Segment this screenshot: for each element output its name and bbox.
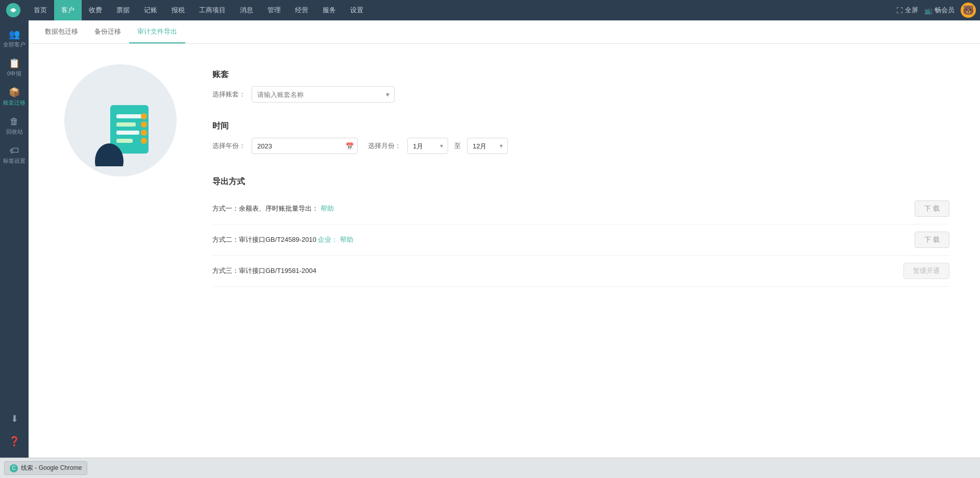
export-label-1: 方式一：余额表、序时账批量导出： 帮助 [212,204,334,213]
taskbar: C 线索 - Google Chrome [0,458,980,478]
label-icon: 🏷 [10,146,19,155]
nav-service[interactable]: 服务 [315,0,343,20]
month-from-wrapper: 1月2月3月4月 5月6月7月8月 9月10月11月12月 [407,138,448,154]
top-nav: 首页 客户 收费 票据 记账 报税 工商项目 消息 管理 经营 服务 设置 ⛶ … [0,0,980,20]
svg-rect-5 [116,131,139,135]
main-layout: 👥 全部客户 📋 0申报 📦 账套迁移 🗑 回收站 🏷 标签设置 ⬇ ❓ 数据包… [0,20,980,458]
nav-business[interactable]: 工商项目 [192,0,233,20]
help-link-2[interactable]: 帮助 [340,236,353,243]
month-label: 选择月份： [368,141,401,150]
sidebar-download-button[interactable]: ⬇ [4,409,24,429]
enterprise-link[interactable]: 企业： [318,236,338,243]
member-icon: 📺 [924,7,933,14]
logo [4,1,22,19]
sidebar-help-button[interactable]: ❓ [4,431,24,451]
nav-message[interactable]: 消息 [233,0,260,20]
taskbar-item-label: 线索 - Google Chrome [21,464,82,472]
sidebar-item-zero-declare[interactable]: 📋 0申报 [0,54,29,83]
svg-point-9 [141,130,147,136]
download-btn-1[interactable]: 下 载 [915,200,949,217]
illustration-circle [64,64,177,177]
nav-operation[interactable]: 经营 [288,0,315,20]
tab-data-migration[interactable]: 数据包迁移 [37,21,86,43]
coming-soon-btn[interactable]: 暂缓开通 [903,263,949,279]
year-label: 选择年份： [212,141,246,150]
left-sidebar: 👥 全部客户 📋 0申报 📦 账套迁移 🗑 回收站 🏷 标签设置 ⬇ ❓ [0,20,29,458]
download-btn-2[interactable]: 下 载 [915,232,949,248]
month-from-select[interactable]: 1月2月3月4月 5月6月7月8月 9月10月11月12月 [407,138,448,154]
time-row: 选择年份： 📅 选择月份： 1月2月3月4月 5月6月7月8月 9月10月11月… [212,138,949,154]
recycle-icon: 🗑 [10,117,19,126]
migration-icon: 📦 [9,88,20,97]
svg-rect-4 [116,122,136,127]
sidebar-item-recycle[interactable]: 🗑 回收站 [0,112,29,141]
fullscreen-icon: ⛶ [896,7,903,14]
nav-settings[interactable]: 设置 [343,0,371,20]
svg-rect-13 [109,146,118,166]
chrome-icon: C [10,464,18,472]
tab-bar: 数据包迁移 备份迁移 审计文件导出 [29,20,980,44]
month-to-select[interactable]: 1月2月3月4月 5月6月7月8月 9月10月11月 12月 [467,138,508,154]
tab-audit-export[interactable]: 审计文件导出 [129,21,185,43]
time-section: 时间 选择年份： 📅 选择月份： 1月2月3月4月 5月6月7月8月 [212,121,949,158]
sidebar-item-label-settings[interactable]: 🏷 标签设置 [0,141,29,170]
account-label: 选择账套： [212,90,246,99]
year-input-wrapper: 📅 [252,138,358,154]
svg-rect-12 [97,148,107,166]
help-link-1[interactable]: 帮助 [321,205,334,212]
export-section-title: 导出方式 [212,177,949,187]
content-area: 数据包迁移 备份迁移 审计文件导出 [29,20,980,458]
month-to-wrapper: 1月2月3月4月 5月6月7月8月 9月10月11月 12月 [467,138,508,154]
page-content: 账套 选择账套： ▾ 时间 选择年份： [29,44,980,458]
nav-customer[interactable]: 客户 [54,0,82,20]
nav-home[interactable]: 首页 [27,0,54,20]
nav-invoice[interactable]: 票据 [109,0,137,20]
nav-right: ⛶ 全屏 📺 畅会员 🐻 [896,3,976,18]
export-label-2: 方式二：审计接口GB/T24589-2010 企业： 帮助 [212,235,353,244]
form-area: 账套 选择账套： ▾ 时间 选择年份： [212,64,949,287]
export-row-2: 方式二：审计接口GB/T24589-2010 企业： 帮助 下 载 [212,224,949,256]
account-input[interactable] [252,86,395,103]
export-row-3: 方式三：审计接口GB/T19581-2004 暂缓开通 [212,256,949,287]
year-input[interactable] [252,138,358,154]
nav-items: 首页 客户 收费 票据 记账 报税 工商项目 消息 管理 经营 服务 设置 [27,0,896,20]
svg-point-7 [141,113,147,119]
account-select-wrapper: ▾ [252,86,395,103]
nav-tax[interactable]: 报税 [164,0,192,20]
export-row-1: 方式一：余额表、序时账批量导出： 帮助 下 载 [212,193,949,224]
account-row: 选择账套： ▾ [212,86,949,103]
customers-icon: 👥 [9,30,20,39]
time-section-title: 时间 [212,121,949,132]
illustration-area [59,64,182,177]
nav-billing[interactable]: 收费 [82,0,109,20]
sidebar-item-all-customers[interactable]: 👥 全部客户 [0,24,29,54]
svg-point-1 [12,9,15,12]
sidebar-item-account-migration[interactable]: 📦 账套迁移 [0,83,29,112]
declare-icon: 📋 [9,59,20,68]
svg-point-8 [141,121,147,128]
fullscreen-button[interactable]: ⛶ 全屏 [896,6,918,15]
export-label-3: 方式三：审计接口GB/T19581-2004 [212,266,316,275]
tab-backup-migration[interactable]: 备份迁移 [86,21,129,43]
svg-rect-6 [116,139,133,143]
svg-rect-3 [116,114,142,118]
avatar[interactable]: 🐻 [961,3,976,18]
nav-bookkeeping[interactable]: 记账 [137,0,164,20]
svg-point-10 [141,138,147,144]
taskbar-chrome-item[interactable]: C 线索 - Google Chrome [4,461,87,475]
member-button[interactable]: 📺 畅会员 [924,6,954,15]
account-section: 账套 选择账套： ▾ [212,69,949,107]
export-section: 导出方式 方式一：余额表、序时账批量导出： 帮助 下 载 方式二：审计接口GB/… [212,177,949,287]
account-section-title: 账套 [212,69,949,80]
separator: 至 [454,141,461,150]
nav-manage[interactable]: 管理 [260,0,288,20]
sidebar-bottom: ⬇ ❓ [4,409,24,458]
